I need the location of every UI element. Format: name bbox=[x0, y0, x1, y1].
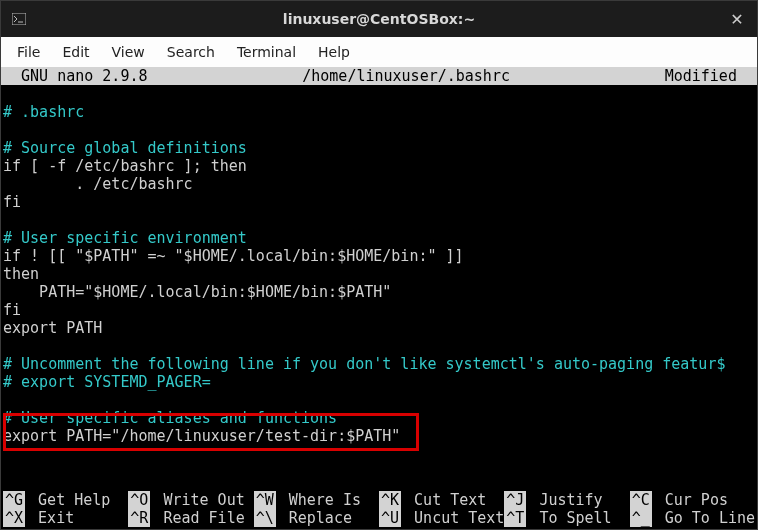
nano-modified: Modified bbox=[665, 67, 755, 85]
shortcut-label: Justify bbox=[530, 491, 602, 509]
buffer-line: export PATH="/home/linuxuser/test-dir:$P… bbox=[3, 427, 755, 445]
shortcut-key: ^U bbox=[379, 509, 401, 527]
shortcut-label: Replace bbox=[280, 509, 352, 527]
menu-search[interactable]: Search bbox=[157, 40, 225, 64]
shortcut-key: ^O bbox=[128, 491, 150, 509]
menubar: File Edit View Search Terminal Help bbox=[1, 37, 757, 67]
shortcut-label: Where Is bbox=[280, 491, 361, 509]
shortcut-cell: ^X Exit bbox=[3, 509, 128, 527]
buffer-line: fi bbox=[3, 301, 755, 319]
shortcut-cell: ^J Justify bbox=[504, 491, 629, 509]
shortcut-label: To Spell bbox=[530, 509, 611, 527]
shortcut-label: Cur Pos bbox=[656, 491, 728, 509]
shortcut-key: ^J bbox=[504, 491, 526, 509]
menu-help[interactable]: Help bbox=[308, 40, 360, 64]
svg-rect-0 bbox=[12, 13, 26, 25]
shortcut-cell: ^\ Replace bbox=[254, 509, 379, 527]
buffer-line: # export SYSTEMD_PAGER= bbox=[3, 373, 755, 391]
buffer-line: then bbox=[3, 265, 755, 283]
nano-version: GNU nano 2.9.8 bbox=[3, 67, 148, 85]
shortcut-key: ^R bbox=[128, 509, 150, 527]
shortcut-key: ^C bbox=[630, 491, 652, 509]
menu-view[interactable]: View bbox=[102, 40, 155, 64]
nano-filename: /home/linuxuser/.bashrc bbox=[148, 67, 665, 85]
shortcut-key: ^X bbox=[3, 509, 25, 527]
shortcut-key: ^\ bbox=[254, 509, 276, 527]
buffer-line: PATH="$HOME/.local/bin:$HOME/bin:$PATH" bbox=[3, 283, 755, 301]
buffer-line: # User specific environment bbox=[3, 229, 755, 247]
close-icon: ✕ bbox=[730, 10, 743, 29]
shortcut-cell: ^W Where Is bbox=[254, 491, 379, 509]
shortcut-cell: ^K Cut Text bbox=[379, 491, 504, 509]
shortcut-key: ^T bbox=[504, 509, 526, 527]
shortcut-cell: ^C Cur Pos bbox=[630, 491, 755, 509]
nano-shortcuts: ^G Get Help^O Write Out^W Where Is^K Cut… bbox=[1, 491, 757, 529]
buffer-line bbox=[3, 85, 755, 103]
nano-buffer[interactable]: # .bashrc# Source global definitionsif [… bbox=[1, 85, 757, 445]
shortcut-label: Cut Text bbox=[405, 491, 486, 509]
buffer-line: if [ -f /etc/bashrc ]; then bbox=[3, 157, 755, 175]
buffer-line bbox=[3, 121, 755, 139]
shortcut-row-2: ^X Exit^R Read File^\ Replace^U Uncut Te… bbox=[3, 509, 755, 527]
shortcut-cell: ^R Read File bbox=[128, 509, 253, 527]
shortcut-label: Go To Line bbox=[656, 509, 755, 527]
buffer-line bbox=[3, 391, 755, 409]
menu-file[interactable]: File bbox=[7, 40, 50, 64]
window-title: linuxuser@CentOSBox:~ bbox=[1, 11, 757, 27]
shortcut-cell: ^_ Go To Line bbox=[630, 509, 755, 527]
buffer-line: if ! [[ "$PATH" =~ "$HOME/.local/bin:$HO… bbox=[3, 247, 755, 265]
shortcut-row-1: ^G Get Help^O Write Out^W Where Is^K Cut… bbox=[3, 491, 755, 509]
shortcut-cell: ^T To Spell bbox=[504, 509, 629, 527]
shortcut-cell: ^O Write Out bbox=[128, 491, 253, 509]
shortcut-label: Uncut Text bbox=[405, 509, 504, 527]
shortcut-key: ^K bbox=[379, 491, 401, 509]
shortcut-cell: ^G Get Help bbox=[3, 491, 128, 509]
shortcut-cell: ^U Uncut Text bbox=[379, 509, 504, 527]
terminal-area[interactable]: GNU nano 2.9.8 /home/linuxuser/.bashrc M… bbox=[1, 67, 757, 529]
menu-edit[interactable]: Edit bbox=[52, 40, 99, 64]
buffer-line: # Source global definitions bbox=[3, 139, 755, 157]
shortcut-label: Write Out bbox=[154, 491, 244, 509]
shortcut-label: Get Help bbox=[29, 491, 110, 509]
shortcut-label: Read File bbox=[154, 509, 244, 527]
buffer-line: # Uncomment the following line if you do… bbox=[3, 355, 755, 373]
buffer-line: # User specific aliases and functions bbox=[3, 409, 755, 427]
buffer-line bbox=[3, 211, 755, 229]
shortcut-key: ^_ bbox=[630, 509, 652, 527]
titlebar: linuxuser@CentOSBox:~ ✕ bbox=[1, 1, 757, 37]
terminal-window: linuxuser@CentOSBox:~ ✕ File Edit View S… bbox=[0, 0, 758, 530]
shortcut-key: ^W bbox=[254, 491, 276, 509]
buffer-line: export PATH bbox=[3, 319, 755, 337]
terminal-app-icon bbox=[11, 11, 27, 27]
menu-terminal[interactable]: Terminal bbox=[227, 40, 306, 64]
buffer-line: # .bashrc bbox=[3, 103, 755, 121]
shortcut-label: Exit bbox=[29, 509, 74, 527]
buffer-line: . /etc/bashrc bbox=[3, 175, 755, 193]
nano-status-line: GNU nano 2.9.8 /home/linuxuser/.bashrc M… bbox=[1, 67, 757, 85]
shortcut-key: ^G bbox=[3, 491, 25, 509]
close-button[interactable]: ✕ bbox=[717, 1, 757, 37]
buffer-line: fi bbox=[3, 193, 755, 211]
buffer-line bbox=[3, 337, 755, 355]
